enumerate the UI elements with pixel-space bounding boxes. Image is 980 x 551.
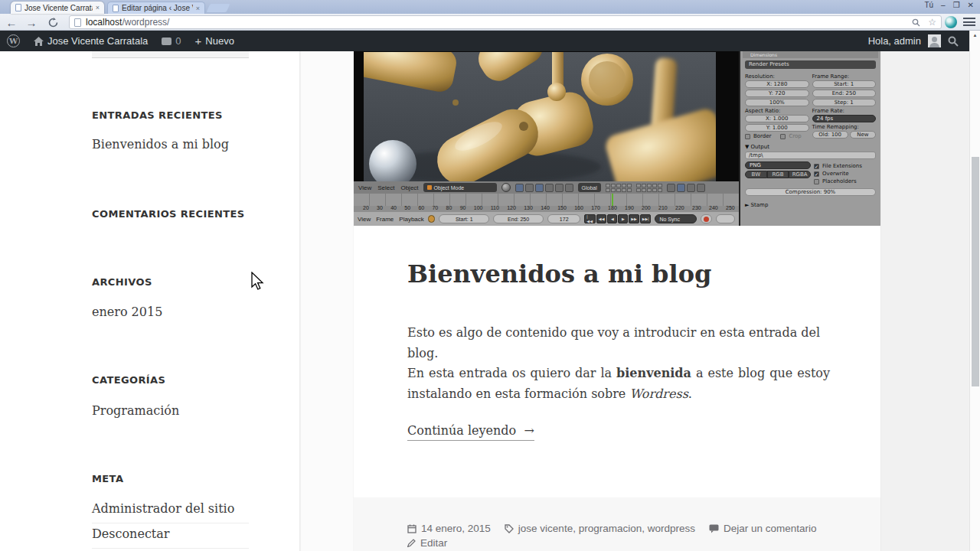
browser-tab-active[interactable]: Jose Vicente Carratala | Otr × [11,2,104,14]
frame-number: 210 [658,205,668,210]
refresh-button[interactable] [44,14,61,31]
close-button[interactable]: ✕ [968,1,974,9]
new-label: Nuevo [205,35,234,47]
sidebar-link-archive[interactable]: enero 2015 [92,305,162,319]
bookmark-star-icon[interactable]: ☆ [928,17,936,28]
old-field: Old: 100 [812,131,848,139]
tab-close-icon[interactable]: × [196,5,200,12]
crop-label: Crop [789,133,801,139]
rgba-button: RGBA [789,171,811,178]
address-bar[interactable]: localhost/wordpress/ ☆ [69,15,942,29]
tab-title: Jose Vicente Carratala | Otr [24,4,93,12]
edit-link[interactable]: Editar [407,537,447,549]
sidebar-link-site-admin[interactable]: Administrador del sitio [92,501,249,523]
entry-footer: 14 enero, 2015 jose vicente, programacio… [354,497,880,551]
widget-title-archives: ARCHIVOS [92,276,152,288]
sidebar-link-recent-post[interactable]: Bienvenidos a mi blog [92,137,229,152]
read-more-link[interactable]: Continúa leyendo → [407,423,534,441]
pencil-icon [407,539,416,547]
fps-field: 24 fps [812,115,877,122]
resolution-x-field: X: 1280 [745,80,809,88]
wordpress-logo-icon: W [7,34,20,47]
scrollbar-up-arrow[interactable]: ▲ [970,33,980,37]
playback-button: ▶ [618,214,628,223]
playback-button: |◀◀ [584,214,596,223]
resolution-label: Resolution: [745,73,809,80]
frame-number: 240 [709,205,718,210]
blender-properties-panel: Dimensions Render Presets Resolution: X:… [739,51,880,226]
new-content-menu[interactable]: + Nuevo [188,31,241,51]
avatar[interactable] [928,34,941,47]
frame-number: 250 [726,205,735,210]
site-name-menu[interactable]: Jose Vicente Carratala [27,31,155,51]
stamp-section-header: ► Stamp [745,202,876,208]
frame-number: 200 [642,205,651,210]
frame-number: 60 [418,205,424,210]
blender-timeline-ruler: 2030405060708090100110120130140150160170… [354,194,739,212]
frame-number: 100 [474,205,483,210]
end-field: End: 250 [812,90,877,97]
entry-content: Bienvenidos a mi blog Esto es algo de co… [354,226,880,497]
frame-number: 120 [507,205,516,210]
file-ext-label: File Extensions [822,163,862,169]
refresh-icon [48,18,58,28]
tab-strip: Jose Vicente Carratala | Otr × Editar pá… [0,0,980,14]
sidebar-link-category[interactable]: Programación [92,403,179,418]
tab-close-icon[interactable]: × [96,4,100,11]
frame-number: 20 [363,205,369,210]
post-title[interactable]: Bienvenidos a mi blog [407,259,711,289]
format-dropdown: PNG [745,161,811,169]
frame-rate-label: Frame Rate: [812,108,877,114]
comments-menu[interactable]: 0 [155,31,188,51]
forward-button[interactable]: → [23,14,40,31]
wp-logo-menu[interactable]: W [0,31,27,51]
comment-bubble-icon [162,37,172,45]
page-favicon [113,5,119,12]
new-tab-button[interactable] [206,4,230,12]
border-checkbox [745,134,750,139]
current-frame-field: 172 [547,214,580,223]
site-page: ENTRADAS RECIENTES Bienvenidos a mi blog… [0,51,969,551]
aspect-y-field: Y: 1.000 [745,124,809,132]
back-button[interactable]: ← [3,14,20,31]
tag-icon [505,524,514,533]
compression-slider: Compression: 90% [745,188,876,196]
viewport-menu: Select [377,184,394,191]
search-icon[interactable] [912,18,920,27]
frame-number: 70 [432,205,438,210]
orientation-label: Global [582,185,597,191]
scrollbar-thumb[interactable] [972,157,979,386]
minimize-button[interactable]: – [941,1,946,9]
italic-text: Wordress [629,386,688,401]
frame-number: 110 [491,205,499,210]
profile-label[interactable]: Tú [924,1,933,9]
extension-icon[interactable] [945,16,957,28]
overwrite-label: Overwrite [822,171,848,177]
aspect-ratio-label: Aspect Ratio: [745,108,809,114]
end-frame-field: End: 250 [493,214,544,223]
tab-title: Editar página ‹ Jose Vicente [122,4,193,12]
maximize-button[interactable]: ❐ [953,1,960,9]
record-icon [704,217,709,222]
object-mode-dropdown: Object Mode [423,183,497,192]
my-account-menu[interactable]: Hola, admin [868,35,921,47]
featured-image[interactable]: ViewSelectObject Object Mode Global [354,51,880,226]
post-tags[interactable]: jose vicente, programacion, wordpress [505,523,695,534]
scrollbar[interactable]: ▲ [969,31,980,551]
page-favicon [15,4,21,11]
paragraph: En esta entrada os quiero dar la bienven… [407,363,830,404]
browser-tab-inactive[interactable]: Editar página ‹ Jose Vicente × [107,2,205,14]
browser-menu-icon[interactable] [963,18,975,27]
timeline-menu: View [358,216,371,223]
sync-dropdown: No Sync [655,214,697,223]
frame-number: 80 [446,205,452,210]
frame-number: 160 [574,205,583,210]
blender-render-viewport [364,52,716,181]
widget-title-recent-posts: ENTRADAS RECIENTES [92,109,223,121]
border-label: Border [753,133,771,139]
admin-search-icon[interactable] [948,36,959,47]
post-date[interactable]: 14 enero, 2015 [407,523,491,534]
sidebar-link-logout[interactable]: Desconectar [92,527,249,549]
search-input[interactable] [92,51,249,58]
comments-link[interactable]: Dejar un comentario [709,523,817,534]
